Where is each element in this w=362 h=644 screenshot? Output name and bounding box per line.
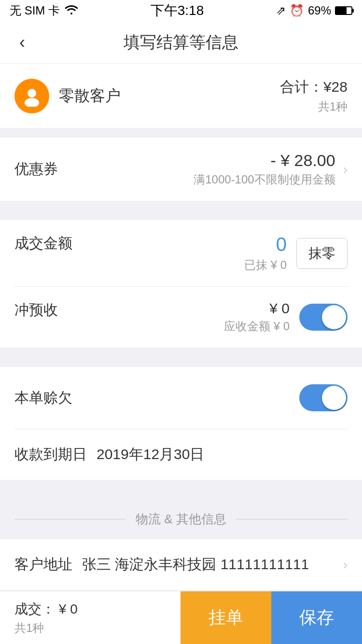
main-content: 零散客户 合计：¥28 共1种 优惠券 - ¥ 28.00 满1000-100不… — [0, 64, 362, 644]
section-gap-1 — [0, 210, 362, 220]
transaction-row: 成交金额 0 已抹 ¥ 0 抹零 — [0, 220, 362, 286]
coupon-content: - ¥ 28.00 满1000-100不限制使用金额 — [194, 151, 335, 187]
customer-name: 零散客户 — [59, 85, 121, 107]
prepay-row: 冲预收 ¥ 0 应收金额 ¥ 0 — [0, 287, 362, 348]
bottom-bar: 成交： ¥ 0 共1种 挂单 保存 — [0, 591, 362, 644]
coupon-row[interactable]: 优惠券 - ¥ 28.00 满1000-100不限制使用金额 › — [0, 138, 362, 201]
summary-label: 成交： — [14, 602, 55, 616]
debt-toggle-knob — [322, 386, 346, 410]
bottom-actions: 挂单 保存 — [181, 591, 362, 644]
battery-icon — [335, 6, 352, 15]
transaction-right: 0 已抹 ¥ 0 抹零 — [244, 234, 348, 273]
logistics-label: 物流 & 其他信息 — [126, 511, 236, 528]
hold-button[interactable]: 挂单 — [181, 591, 271, 644]
prepay-right: ¥ 0 应收金额 ¥ 0 — [224, 300, 348, 334]
status-time: 下午3:18 — [151, 1, 204, 20]
address-value: 张三 海淀永丰科技园 11111111111 — [82, 555, 337, 574]
address-section: 客户地址 张三 海淀永丰科技园 11111111111 › — [0, 539, 362, 590]
coupon-section: 优惠券 - ¥ 28.00 满1000-100不限制使用金额 › — [0, 138, 362, 201]
save-button[interactable]: 保存 — [271, 591, 362, 644]
svg-point-0 — [28, 89, 36, 98]
section-gap-2 — [0, 357, 362, 367]
battery-text: 69% — [308, 4, 331, 17]
bottom-summary: 成交： ¥ 0 共1种 — [0, 600, 181, 636]
logistics-section: 物流 & 其他信息 — [0, 499, 362, 539]
coupon-label: 优惠券 — [14, 159, 58, 179]
section-gap-3 — [0, 490, 362, 499]
address-chevron-icon: › — [343, 557, 348, 573]
status-right: ⇗ ⏰ 69% — [276, 4, 352, 17]
total-count: 共1种 — [280, 99, 348, 114]
transaction-section: 成交金额 0 已抹 ¥ 0 抹零 冲预收 ¥ 0 应收金额 ¥ 0 — [0, 220, 362, 348]
prepay-sub-amount: 应收金额 ¥ 0 — [224, 319, 290, 334]
back-button[interactable]: ‹ — [14, 28, 30, 57]
transaction-amount[interactable]: 0 — [244, 234, 287, 255]
prepay-main-amount: ¥ 0 — [224, 300, 290, 317]
due-date-value[interactable]: 2019年12月30日 — [97, 445, 204, 464]
summary-amount: ¥ 0 — [59, 602, 78, 616]
debt-toggle[interactable] — [299, 384, 348, 411]
due-date-label: 收款到期日 — [14, 445, 87, 464]
address-label: 客户地址 — [14, 555, 72, 574]
coupon-right: - ¥ 28.00 满1000-100不限制使用金额 › — [194, 151, 348, 187]
round-button[interactable]: 抹零 — [296, 238, 348, 269]
page-title: 填写结算等信息 — [124, 31, 238, 54]
toggle-knob — [322, 305, 346, 329]
no-sim-text: 无 SIM 卡 — [10, 3, 60, 18]
customer-row: 零散客户 合计：¥28 共1种 — [0, 64, 362, 128]
debt-label: 本单赊欠 — [14, 388, 72, 408]
coupon-desc: 满1000-100不限制使用金额 — [194, 172, 335, 187]
chevron-right-icon: › — [343, 162, 348, 177]
alarm-icon: ⏰ — [290, 4, 304, 17]
logistics-line-right — [236, 519, 348, 519]
bottom-summary-line1: 成交： ¥ 0 — [14, 600, 166, 618]
transaction-label: 成交金额 — [14, 234, 72, 253]
location-icon: ⇗ — [276, 4, 286, 17]
logistics-line-left — [14, 519, 126, 519]
debt-row: 本单赊欠 — [0, 367, 362, 429]
customer-right: 合计：¥28 共1种 — [280, 77, 348, 114]
wifi-icon — [65, 4, 78, 17]
address-row[interactable]: 客户地址 张三 海淀永丰科技园 11111111111 › — [0, 539, 362, 590]
coupon-amount: - ¥ 28.00 — [194, 151, 335, 170]
customer-section: 零散客户 合计：¥28 共1种 — [0, 64, 362, 128]
debt-section: 本单赊欠 收款到期日 2019年12月30日 — [0, 367, 362, 480]
transaction-sub: 已抹 ¥ 0 — [244, 257, 287, 273]
summary-count: 共1种 — [14, 620, 166, 636]
prepay-label: 冲预收 — [14, 300, 58, 320]
amount-input-area: 0 已抹 ¥ 0 — [244, 234, 287, 273]
avatar — [14, 79, 49, 113]
status-left: 无 SIM 卡 — [10, 3, 78, 18]
total-amount: 合计：¥28 — [280, 77, 348, 97]
prepay-toggle[interactable] — [299, 304, 348, 331]
customer-left: 零散客户 — [14, 79, 121, 113]
nav-bar: ‹ 填写结算等信息 — [0, 21, 362, 64]
logistics-header: 物流 & 其他信息 — [0, 499, 362, 539]
due-date-row: 收款到期日 2019年12月30日 — [0, 429, 362, 480]
svg-point-1 — [25, 98, 39, 107]
prepay-amounts: ¥ 0 应收金额 ¥ 0 — [224, 300, 290, 334]
status-bar: 无 SIM 卡 下午3:18 ⇗ ⏰ 69% — [0, 0, 362, 21]
